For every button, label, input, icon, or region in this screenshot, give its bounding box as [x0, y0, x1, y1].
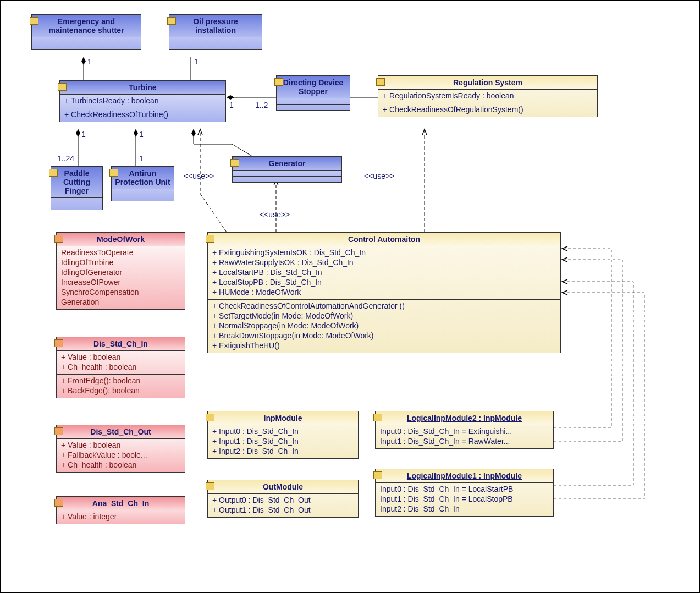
class-logical-inp-2[interactable]: LogicalInpModule2 : InpModule Input0 : D… — [375, 411, 554, 449]
class-out-module[interactable]: OutModule + Output0 : Dis_Std_Ch_Out + O… — [207, 480, 359, 518]
class-regulation-system[interactable]: Regulation System + RegulationSystemIsRe… — [378, 75, 598, 117]
component-icon — [274, 78, 283, 86]
class-name: Antirun Protection Unit — [115, 169, 170, 186]
attr: + LocalStopPB : Dis_Std_Ch_In — [211, 277, 557, 287]
mult-label: 1 — [139, 130, 144, 139]
op: + SetTargetMode(in Mode: ModeOfWork) — [211, 311, 557, 321]
attr: + Value : boolean — [60, 352, 181, 362]
attr: Input2 : Dis_Std_Ch_In — [379, 504, 550, 514]
class-emergency-shutter[interactable]: Emergency and maintenance shutter — [31, 14, 141, 50]
attr: + RegulationSystemIsReady : boolean — [382, 91, 594, 101]
literal: IdlingOfTurbine — [60, 257, 181, 267]
component-icon — [49, 169, 58, 177]
literal: IdlingOfGenerator — [60, 267, 181, 277]
class-name: LogicalInpModule2 : InpModule — [407, 414, 522, 422]
class-dis-std-ch-out[interactable]: Dis_Std_Ch_Out + Value : boolean + Fallb… — [56, 425, 185, 473]
attr: Input0 : Dis_Std_Ch_In = Extinguishi... — [379, 426, 550, 436]
class-paddle-finger[interactable]: Paddle Cutting Finger — [51, 166, 103, 210]
class-logical-inp-1[interactable]: LogicalInpModule1 : InpModule Input0 : D… — [375, 469, 554, 517]
attr: + TurbineIsReady : boolean — [63, 96, 222, 106]
attr: Input0 : Dis_Std_Ch_In = LocalStartPB — [379, 484, 550, 494]
literal: IncreaseOfPower — [60, 277, 181, 287]
class-control-automation[interactable]: Control Automaiton + ExtinguishingSystem… — [207, 232, 561, 353]
class-inp-module[interactable]: InpModule + Input0 : Dis_Std_Ch_In + Inp… — [207, 411, 359, 459]
class-ana-std-ch-in[interactable]: Ana_Std_Ch_In + Value : integer — [56, 496, 185, 524]
class-dis-std-ch-in[interactable]: Dis_Std_Ch_In + Value : boolean + Ch_hea… — [56, 337, 185, 398]
attr: + Output1 : Dis_Std_Ch_Out — [211, 505, 355, 515]
datatype-icon — [54, 499, 63, 507]
class-name: InpModule — [264, 414, 302, 422]
attr: + Output0 : Dis_Std_Ch_Out — [211, 495, 355, 505]
class-name: Generator — [269, 159, 306, 168]
op: + NormalStoppage(in Mode: ModeOfWork) — [211, 321, 557, 331]
component-icon — [167, 17, 176, 25]
attr: + HUMode : ModeOfWork — [211, 287, 557, 297]
diagram-canvas: 1 1 1 1..2 1 1 1..24 1 <<use>> <<use>> <… — [0, 0, 700, 593]
attr: + RawWaterSupplyIsOK : Dis_Std_Ch_In — [211, 257, 557, 267]
mult-label: 1 — [194, 57, 199, 66]
class-name: Emergency and maintenance shutter — [49, 17, 124, 35]
attr: + Value : boolean — [60, 440, 181, 450]
mult-label: 1 — [81, 130, 86, 139]
mult-label: 1 — [229, 101, 234, 109]
class-name: OutModule — [263, 482, 303, 491]
class-name: Dis_Std_Ch_Out — [90, 427, 151, 436]
class-oil-pressure[interactable]: Oil pressure installation — [169, 14, 262, 50]
attr: + Ch_health : boolean — [60, 362, 181, 372]
class-name: ModeOfWork — [97, 235, 145, 244]
datatype-icon — [54, 339, 63, 347]
component-icon — [373, 471, 382, 479]
component-icon — [109, 169, 118, 177]
use-label: <<use>> — [260, 210, 290, 219]
literal: SynchroCompensation — [60, 287, 181, 297]
component-icon — [376, 78, 385, 86]
component-icon — [206, 235, 214, 243]
op: + BreakDownStoppage(in Mode: ModeOfWork) — [211, 331, 557, 341]
attr: + Ch_health : boolean — [60, 460, 181, 470]
class-name: Dis_Std_Ch_In — [93, 339, 148, 348]
attr: + LocalStartPB : Dis_Std_Ch_In — [211, 267, 557, 277]
literal: ReadinessToOperate — [60, 248, 181, 257]
datatype-icon — [54, 427, 63, 435]
op: + CheckReadinessOfControlAutomationAndGe… — [211, 301, 557, 311]
attr: + ExtinguishingSystemIsOK : Dis_Std_Ch_I… — [211, 248, 557, 257]
component-icon — [30, 17, 38, 25]
class-antirun[interactable]: Antirun Protection Unit — [111, 166, 174, 201]
component-icon — [373, 414, 382, 421]
class-name: Ana_Std_Ch_In — [92, 499, 149, 508]
op: + CheckReadinessOfRegulationSystem() — [382, 105, 594, 114]
use-label: <<use>> — [184, 172, 214, 180]
mult-label: 1 — [87, 57, 92, 66]
class-name: Oil pressure installation — [193, 17, 238, 35]
op: + CheckReadinessOfTurbine() — [63, 109, 222, 119]
attr: + Input2 : Dis_Std_Ch_In — [211, 446, 355, 456]
class-turbine[interactable]: Turbine + TurbineIsReady : boolean + Che… — [59, 80, 226, 122]
class-name: Turbine — [129, 83, 156, 92]
op: + FrontEdge(): boolean — [60, 376, 181, 386]
class-name: LogicalInpModule1 : InpModule — [407, 471, 522, 480]
class-name: Paddle Cutting Finger — [63, 169, 90, 195]
attr: + Input1 : Dis_Std_Ch_In — [211, 436, 355, 446]
attr: + FallbackValue : boole... — [60, 450, 181, 460]
enum-icon — [54, 235, 63, 243]
mult-label: 1..24 — [57, 154, 74, 163]
class-name: Regulation System — [453, 78, 522, 87]
op: + ExtiguishTheHU() — [211, 341, 557, 350]
op: + BackEdge(): boolean — [60, 386, 181, 396]
attr: Input1 : Dis_Std_Ch_In = RawWater... — [379, 436, 550, 446]
class-name: Directing Device Stopper — [283, 78, 344, 96]
class-directing-stopper[interactable]: Directing Device Stopper — [276, 75, 350, 111]
attr: + Value : integer — [60, 512, 181, 521]
component-icon — [58, 83, 67, 91]
attr: Input1 : Dis_Std_Ch_In = LocalStopPB — [379, 494, 550, 504]
enum-mode-of-work[interactable]: ModeOfWork ReadinessToOperate IdlingOfTu… — [56, 232, 185, 310]
component-icon — [206, 414, 214, 421]
use-label: <<use>> — [364, 172, 394, 180]
mult-label: 1..2 — [255, 101, 268, 109]
component-icon — [230, 159, 239, 167]
component-icon — [206, 482, 214, 490]
literal: Generation — [60, 297, 181, 307]
class-name: Control Automaiton — [348, 235, 420, 244]
class-generator[interactable]: Generator — [232, 156, 342, 183]
attr: + Input0 : Dis_Std_Ch_In — [211, 426, 355, 436]
